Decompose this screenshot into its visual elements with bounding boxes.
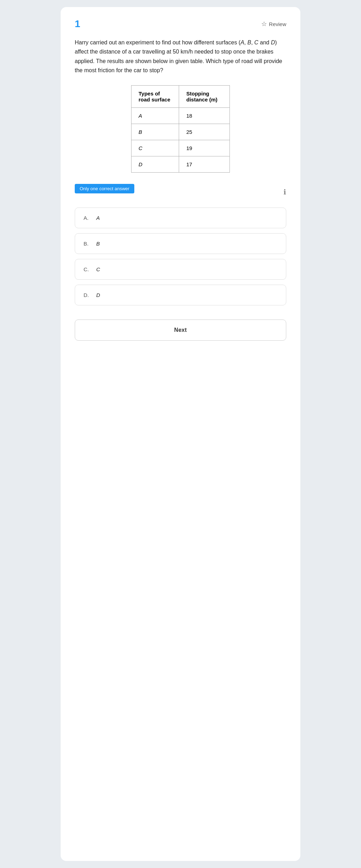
review-button[interactable]: ☆ Review: [261, 20, 286, 28]
data-table: Types of road surface Stopping distance …: [131, 85, 230, 173]
option-c-value: C: [96, 266, 100, 272]
next-button[interactable]: Next: [75, 320, 286, 341]
option-a-label: A.: [84, 215, 91, 221]
table-cell-surface: D: [131, 156, 179, 172]
option-a[interactable]: A. A: [75, 207, 286, 228]
star-icon: ☆: [261, 20, 267, 28]
table-cell-distance: 19: [179, 140, 230, 156]
table-cell-surface: A: [131, 107, 179, 124]
review-label: Review: [269, 21, 286, 27]
question-card: 1 ☆ Review Harry carried out an experime…: [61, 7, 300, 861]
table-header-distance: Stopping distance (m): [179, 85, 230, 107]
question-number: 1: [75, 18, 80, 30]
option-d-label: D.: [84, 292, 91, 298]
option-c[interactable]: C. C: [75, 259, 286, 280]
answer-type-badge: Only one correct answer: [75, 184, 134, 193]
info-icon[interactable]: ℹ: [283, 188, 286, 196]
option-d[interactable]: D. D: [75, 285, 286, 305]
option-d-value: D: [96, 292, 100, 298]
option-a-value: A: [96, 215, 100, 221]
option-b-value: B: [96, 241, 100, 247]
options-list: A. A B. B C. C D. D: [75, 207, 286, 305]
table-cell-surface: B: [131, 124, 179, 140]
table-header-surface: Types of road surface: [131, 85, 179, 107]
question-text: Harry carried out an experiment to find …: [75, 38, 286, 75]
table-cell-distance: 17: [179, 156, 230, 172]
question-header: 1 ☆ Review: [75, 18, 286, 30]
option-c-label: C.: [84, 266, 91, 272]
option-b-label: B.: [84, 241, 91, 247]
table-cell-distance: 25: [179, 124, 230, 140]
badge-row: Only one correct answer ℹ: [75, 184, 286, 200]
table-cell-distance: 18: [179, 107, 230, 124]
option-b[interactable]: B. B: [75, 233, 286, 254]
table-cell-surface: C: [131, 140, 179, 156]
